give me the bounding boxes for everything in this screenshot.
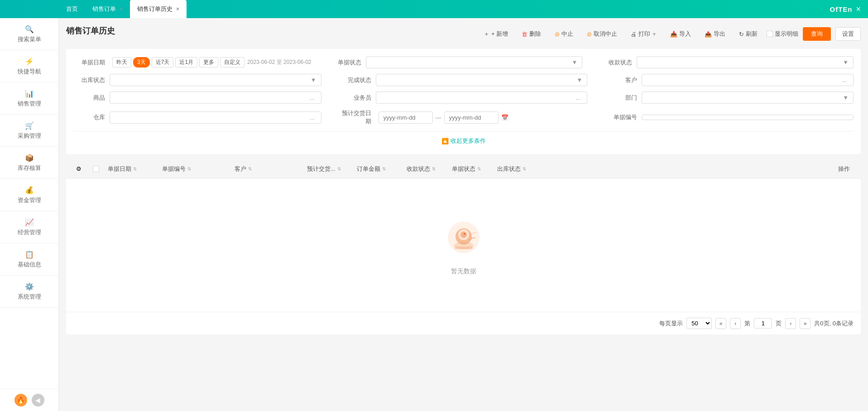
sidebar-item-finance[interactable]: 💰 资金管理 — [0, 179, 58, 211]
svg-rect-6 — [455, 247, 473, 249]
empty-text: 暂无数据 — [451, 267, 476, 276]
date-btn-7days[interactable]: 近7天 — [152, 57, 174, 68]
refresh-btn[interactable]: ↻ 刷新 — [734, 28, 762, 40]
add-icon: ＋ — [484, 30, 489, 38]
tab-sales-history-close[interactable]: × — [176, 6, 179, 12]
sidebar-item-purchase-mgmt[interactable]: 🛒 采购管理 — [0, 115, 58, 147]
sales-mgmt-icon: 📊 — [25, 89, 34, 98]
date-btn-3days[interactable]: 3天 — [133, 57, 150, 68]
sort-customer[interactable]: ⇅ — [248, 166, 252, 171]
page-size-label: 每页显示 — [659, 319, 683, 328]
customer-input[interactable]: ... — [642, 74, 854, 86]
add-btn[interactable]: ＋ + 新增 — [479, 28, 513, 40]
sidebar-item-business[interactable]: 📈 经营管理 — [0, 211, 58, 243]
sidebar-item-quick-nav[interactable]: ⚡ 快捷导航 — [0, 50, 58, 82]
bill-status-select[interactable]: ▼ — [366, 56, 583, 68]
business-icon: 📈 — [25, 218, 34, 227]
bill-number-input[interactable] — [642, 115, 854, 120]
toolbar: ＋ + 新增 🗑 删除 ⊘ 中止 ⊘ 取消中止 🖨 打印 — [479, 27, 861, 41]
import-btn[interactable]: 📥 导入 — [666, 28, 695, 40]
tab-sales-order-close[interactable]: × — [120, 6, 123, 12]
sidebar-collapse-btn[interactable]: ◀ — [32, 394, 44, 406]
svg-point-5 — [464, 233, 465, 235]
main-layout: 🔍 搜索菜单 ⚡ 快捷导航 📊 销售管理 🛒 采购管理 📦 库存核算 💰 资金管… — [0, 18, 868, 411]
settings-btn[interactable]: 设置 — [835, 27, 861, 41]
window-close-btn[interactable]: × — [856, 5, 861, 14]
display-columns-toggle[interactable]: 显示明细 — [767, 30, 798, 38]
sidebar-bottom: 🔥 ◀ — [0, 389, 58, 411]
sort-out[interactable]: ⇅ — [523, 166, 526, 171]
page-number-input[interactable] — [754, 318, 772, 329]
th-out: 出库状态 ⇅ — [494, 165, 539, 173]
collapse-row: 🔼 收起更多条件 — [73, 131, 854, 147]
payment-status-select[interactable]: ▼ — [637, 56, 854, 68]
prev-page-btn[interactable]: ‹ — [730, 318, 741, 329]
department-arrow: ▼ — [843, 94, 849, 101]
purchase-mgmt-icon: 🛒 — [25, 121, 34, 130]
delivery-date-end[interactable] — [444, 111, 499, 124]
sidebar-item-inventory[interactable]: 📦 库存核算 — [0, 147, 58, 179]
sidebar-item-system[interactable]: ⚙️ 系统管理 — [0, 276, 58, 308]
first-page-btn[interactable]: « — [715, 318, 726, 329]
th-action: 操作 — [539, 165, 857, 173]
sidebar-item-search-menu[interactable]: 🔍 搜索菜单 — [0, 18, 58, 50]
sort-bill[interactable]: ⇅ — [477, 166, 481, 171]
th-checkbox[interactable] — [88, 166, 104, 172]
top-bar-right: OfTEn × — [830, 5, 868, 14]
warehouse-input[interactable]: ... — [110, 111, 321, 124]
print-icon: 🖨 — [631, 31, 637, 38]
delete-btn[interactable]: 🗑 删除 — [517, 28, 546, 40]
query-btn[interactable]: 查询 — [803, 27, 831, 41]
print-btn[interactable]: 🖨 打印 ▼ — [626, 28, 661, 40]
complete-status-select[interactable]: ▼ — [376, 74, 588, 86]
th-payment: 收款状态 ⇅ — [403, 165, 448, 173]
date-btn-1month[interactable]: 近1月 — [175, 57, 197, 68]
salesperson-dots[interactable]: ... — [574, 94, 583, 101]
date-btn-more[interactable]: 更多 — [199, 57, 218, 68]
stop-btn[interactable]: ⊘ 中止 — [550, 28, 578, 40]
customer-dots[interactable]: ... — [840, 77, 849, 83]
out-status-select[interactable]: ▼ — [110, 74, 321, 86]
out-status-arrow: ▼ — [311, 77, 317, 83]
sidebar-item-sales-mgmt[interactable]: 📊 销售管理 — [0, 82, 58, 115]
th-customer: 客户 ⇅ — [231, 165, 303, 173]
tab-sales-order[interactable]: 销售订单 × — [85, 0, 130, 18]
th-number: 单据编号 ⇅ — [158, 165, 231, 173]
collapse-up-icon: 🔼 — [441, 138, 449, 145]
collapse-btn[interactable]: 🔼 收起更多条件 — [441, 135, 486, 147]
date-quick-btns: 昨天 3天 近7天 近1月 更多 自定义 — [112, 57, 245, 68]
content-area: 销售订单历史 ＋ + 新增 🗑 删除 ⊘ 中止 ⊘ 取消中止 — [59, 18, 868, 411]
tab-sales-history[interactable]: 销售订单历史 × — [130, 0, 187, 18]
sidebar-fire-btn[interactable]: 🔥 — [14, 394, 27, 406]
sort-payment[interactable]: ⇅ — [432, 166, 436, 171]
sort-amount[interactable]: ⇅ — [382, 166, 386, 171]
sort-number[interactable]: ⇅ — [187, 166, 191, 171]
complete-status-label: 完成状态 — [340, 76, 376, 84]
sort-delivery[interactable]: ⇅ — [337, 166, 341, 171]
cancel-stop-btn[interactable]: ⊘ 取消中止 — [582, 28, 622, 40]
sidebar-item-basic-info[interactable]: 📋 基础信息 — [0, 243, 58, 276]
export-btn[interactable]: 📤 导出 — [700, 28, 730, 40]
salesperson-input[interactable]: ... — [376, 92, 588, 104]
department-select[interactable]: ▼ — [642, 92, 854, 104]
th-settings[interactable]: ⚙ — [70, 165, 88, 172]
last-page-btn[interactable]: » — [800, 318, 810, 329]
refresh-icon: ↻ — [739, 31, 744, 38]
date-btn-custom[interactable]: 自定义 — [220, 57, 245, 68]
warehouse-dots[interactable]: ... — [308, 114, 317, 121]
bill-number-label: 单据编号 — [605, 113, 642, 121]
calendar-start-icon[interactable]: 📅 — [501, 114, 508, 121]
next-page-btn[interactable]: › — [785, 318, 796, 329]
sort-date[interactable]: ⇅ — [133, 166, 137, 171]
delivery-date-start[interactable] — [379, 111, 433, 124]
goods-dots[interactable]: ... — [308, 94, 317, 101]
filter-row-2: 出库状态 ▼ 完成状态 ▼ 客户 ... — [73, 74, 854, 86]
tab-home[interactable]: 首页 — [59, 0, 85, 18]
page-size-select[interactable]: 50 10 20 100 — [686, 318, 712, 329]
warehouse-label: 仓库 — [73, 113, 110, 121]
display-columns-checkbox[interactable] — [767, 31, 773, 37]
table-container: ⚙ 单据日期 ⇅ 单据编号 ⇅ 客户 ⇅ 预计交货... — [66, 160, 861, 334]
goods-input[interactable]: ... — [110, 92, 321, 104]
th-delivery: 预计交货... ⇅ — [303, 165, 353, 173]
date-btn-yesterday[interactable]: 昨天 — [112, 57, 131, 68]
